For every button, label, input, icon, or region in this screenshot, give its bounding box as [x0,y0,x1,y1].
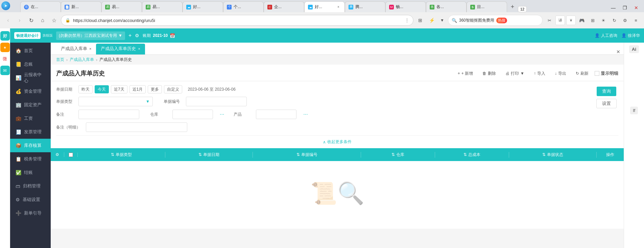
nav-item-home[interactable]: 🏠 首页 [10,44,51,58]
url-menu-icon[interactable]: ⋮ [405,18,409,23]
print-button[interactable]: 🖨 打印 ▼ [502,69,528,78]
date-btn-more[interactable]: 更多 [148,85,162,93]
if-button[interactable]: If [630,107,638,114]
close-button[interactable]: ✕ [632,3,641,12]
number-filter-input[interactable] [186,97,247,106]
remark-detail-input[interactable] [86,122,187,132]
grid-view-icon[interactable]: ⊞ [588,16,597,25]
maximize-button[interactable]: ❐ [620,3,629,12]
product-filter-input[interactable] [256,110,296,119]
nav-item-salary[interactable]: 💼 工资 [10,112,51,125]
menu-icon[interactable]: ≡ [631,16,641,25]
dropdown-button[interactable]: ▼ [438,17,446,24]
select-all-checkbox[interactable] [69,153,73,157]
tab-10[interactable]: M 畅... [385,1,426,12]
th-cost[interactable]: ⇅ 总成本 [435,152,509,158]
warehouse-more-icon[interactable]: ··· [218,111,225,117]
brightness-icon[interactable]: ☀ [599,16,608,25]
date-btn-1month[interactable]: 近1月 [129,85,146,93]
yuan-icon[interactable]: ¥ [566,16,576,25]
nav-item-inventory[interactable]: 📦 库存核算 [10,139,51,152]
tab-7[interactable]: C 企... [264,1,304,12]
tab-list[interactable]: 产成品入库单 × [56,44,96,54]
add-company-button[interactable]: + [128,32,132,39]
refresh-page-button[interactable]: ↻ 刷新 [572,69,592,78]
type-select[interactable]: ▼ [78,97,153,106]
th-warehouse[interactable]: ⇅ 仓库 [361,152,435,158]
warehouse-filter-input[interactable] [172,110,213,119]
export-button[interactable]: ↓ 导出 [551,69,570,78]
app-icon-email[interactable]: ✉ [0,66,10,75]
th-gear[interactable]: ⚙ [51,152,64,157]
support-button[interactable]: 👤 人工咨询 [595,33,617,39]
nav-item-ledger[interactable]: 📒 总账 [10,58,51,71]
extensions-button[interactable]: ⊞ [415,16,425,25]
ai-button[interactable]: Ai [629,45,639,53]
company-selector[interactable]: (勿删勿禁用）江西跟宝测试专用 ▼ [56,31,125,40]
tab-history[interactable]: 产成品入库单历史 × [96,44,145,54]
nav-item-base-settings[interactable]: ⚙ 基础设置 [10,193,51,206]
collapse-button[interactable]: ∧ 收起更多条件 [323,138,352,146]
settings-company-icon[interactable]: ⚙ [135,33,139,38]
delete-button[interactable]: 🗑 删除 [479,69,499,78]
date-btn-yesterday[interactable]: 昨天 [78,85,93,93]
filter-settings-button[interactable]: 设置 [596,99,617,108]
date-btn-7days[interactable]: 近7天 [111,85,127,93]
import-button[interactable]: ↑ 导入 [530,69,549,78]
app-icon-orange[interactable]: ★ [0,43,10,52]
th-type[interactable]: ⇅ 单据类型 [78,152,165,158]
show-columns-checkbox[interactable] [595,71,599,76]
th-checkbox[interactable] [64,153,78,157]
remark-filter-input[interactable] [78,110,139,119]
tab-11[interactable]: 各 各... [426,1,467,12]
nav-item-tax[interactable]: 📋 税务管理 [10,152,51,166]
forward-button[interactable]: › [15,16,24,25]
search-bar[interactable]: 🔍 360智能抠图免费用 热搜 [448,15,543,26]
nav-item-checkout[interactable]: ✅ 结账 [10,166,51,179]
date-btn-today[interactable]: 今天 [95,85,109,93]
th-date[interactable]: ⇅ 单据日期 [165,152,253,158]
th-number[interactable]: ⇅ 单据编号 [253,152,361,158]
tab-5[interactable]: ☁ 好... [183,1,223,12]
translate-icon[interactable]: 译 [555,16,565,25]
tab-4[interactable]: 易 易... [142,1,183,12]
url-bar[interactable]: 🔒 https://cloud.chanjet.com/accounting/u… [61,15,413,26]
settings-browser-icon[interactable]: ⚙ [620,16,630,25]
tab-1[interactable]: 在 在... [20,1,61,12]
back-button[interactable]: ‹ [3,16,13,25]
tab-9[interactable]: 腾 腾... [345,1,385,12]
sync-icon[interactable]: ↻ [610,16,619,25]
tab-3[interactable]: 易 易... [101,1,142,12]
th-status[interactable]: ⇅ 单据状态 [509,152,597,158]
scissors-icon[interactable]: ✂ [545,16,554,25]
query-button[interactable]: 查询 [597,87,616,96]
tab-8[interactable]: ☁ 好... × [304,1,345,12]
tab-2[interactable]: 📄 新... [61,1,101,12]
app-icon-weibo[interactable]: 微 [0,54,10,64]
calendar-icon[interactable]: 📅 [170,33,175,38]
bookmark-button[interactable]: ☆ [49,16,59,25]
refresh-browser-button[interactable]: ↻ [26,16,36,25]
tab-12[interactable]: S 目... [467,1,507,12]
nav-item-asset[interactable]: 🏢 固定资产 [10,98,51,112]
nav-item-newbill[interactable]: ➕ 新单引导 [10,206,51,220]
tab-history-close[interactable]: × [138,47,140,51]
date-btn-custom[interactable]: 自定义 [164,85,182,93]
new-tab-button[interactable]: + [507,1,518,12]
lightning-button[interactable]: ⚡ [427,16,436,25]
product-more-icon[interactable]: ··· [302,111,309,117]
new-button[interactable]: + + 新增 [454,69,476,78]
nav-item-report[interactable]: 📊 云报表中心 [10,71,51,85]
breadcrumb-list[interactable]: 产成品入库单 [70,57,94,63]
breadcrumb-home[interactable]: 首页 [56,57,64,63]
tab-list-close[interactable]: × [89,47,91,51]
nav-item-archive[interactable]: 🗃 归档管理 [10,179,51,193]
tab-8-close[interactable]: × [336,4,341,10]
nav-item-fund[interactable]: 💰 资金管理 [10,85,51,98]
nav-item-invoice[interactable]: 🧾 发票管理 [10,125,51,139]
home-browser-button[interactable]: ⌂ [38,16,47,25]
user-button[interactable]: 👤 徐泽华 [621,33,640,39]
game-icon[interactable]: 🎮 [577,16,587,25]
close-panel-button[interactable]: ✕ [613,49,624,54]
tab-6[interactable]: 个 个... [223,1,264,12]
